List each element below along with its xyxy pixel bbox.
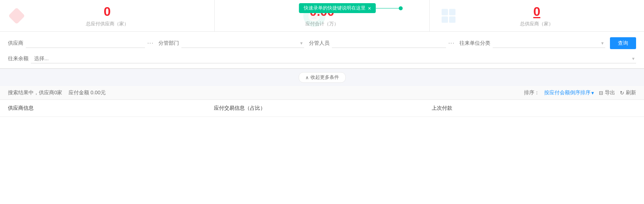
tooltip-dot <box>399 6 403 10</box>
department-input[interactable] <box>181 38 300 48</box>
department-select-wrapper: ▾ <box>181 38 304 48</box>
collapse-bar: ∧ 收起更多条件 <box>0 69 644 86</box>
stat-total-suppliers: 0 总供应商（家） <box>430 0 644 31</box>
balance-chevron-icon: ▾ <box>632 56 636 61</box>
col-header-transaction: 应付交易信息（占比） <box>214 105 432 112</box>
collapse-button[interactable]: ∧ 收起更多条件 <box>299 72 346 83</box>
table-body <box>0 117 644 204</box>
department-label: 分管部门 <box>158 40 179 47</box>
tooltip-close-icon[interactable]: × <box>368 6 371 11</box>
col-header-last-payment: 上次付款 <box>432 105 636 112</box>
balance-select-wrapper: ▾ <box>31 54 636 63</box>
filter-department: 分管部门 ▾ <box>158 38 304 48</box>
stats-bar: 0 总应付供应商（家） 🐷 0.00 应付合计（万） 快速录单的快捷键说明在这里… <box>0 0 644 32</box>
tooltip-bubble: 快速录单的快捷键说明在这里 × <box>299 3 376 13</box>
unit-category-label: 往来单位分类 <box>459 40 490 47</box>
stat-payable-total: 🐷 0.00 应付合计（万） 快速录单的快捷键说明在这里 × <box>215 0 429 31</box>
department-chevron-icon: ▾ <box>300 40 304 46</box>
diamond-icon <box>8 7 25 25</box>
filter-person: 分管人员 ··· <box>309 38 455 48</box>
tooltip-text: 快速录单的快捷键说明在这里 <box>304 5 366 11</box>
supplier-label: 供应商 <box>8 40 23 47</box>
person-more-icon[interactable]: ··· <box>448 40 455 47</box>
person-input[interactable] <box>332 38 446 48</box>
collapse-up-icon: ∧ <box>305 75 309 80</box>
total-suppliers-label: 总供应商（家） <box>520 21 553 27</box>
person-label: 分管人员 <box>309 40 330 47</box>
sort-chevron-icon: ▾ <box>591 90 594 96</box>
unit-category-select-wrapper: ▾ <box>493 38 605 48</box>
payable-suppliers-number: 0 <box>104 4 111 19</box>
filter-row-2: 往来余额 ▾ <box>8 54 636 63</box>
table-header: 供应商信息 应付交易信息（占比） 上次付款 <box>0 100 644 117</box>
results-actions: 排序： 按应付会额倒序排序 ▾ ⊟ 导出 ↻ 刷新 <box>524 89 636 96</box>
results-count: 搜索结果中，供应商0家 <box>8 90 62 95</box>
sort-label: 排序： <box>524 89 539 96</box>
refresh-icon: ↻ <box>620 90 624 96</box>
stat-payable-suppliers: 0 总应付供应商（家） <box>0 0 215 31</box>
grid-icon <box>442 9 455 23</box>
unit-category-input[interactable] <box>493 38 601 48</box>
filter-supplier: 供应商 ··· <box>8 38 154 48</box>
unit-category-chevron-icon: ▾ <box>601 40 605 46</box>
table-container: 供应商信息 应付交易信息（占比） 上次付款 <box>0 100 644 204</box>
filter-area: 供应商 ··· 分管部门 ▾ 分管人员 ··· 往来单位分类 ▾ <box>0 32 644 69</box>
refresh-button[interactable]: ↻ 刷新 <box>620 89 636 96</box>
query-button[interactable]: 查询 <box>610 37 636 49</box>
collapse-label: 收起更多条件 <box>311 74 339 81</box>
filter-row-1: 供应商 ··· 分管部门 ▾ 分管人员 ··· 往来单位分类 ▾ <box>8 37 636 49</box>
total-suppliers-number: 0 <box>533 4 540 19</box>
payable-suppliers-label: 总应付供应商（家） <box>86 21 129 27</box>
balance-label: 往来余额 <box>8 55 29 62</box>
col-header-supplier: 供应商信息 <box>8 105 214 112</box>
export-button[interactable]: ⊟ 导出 <box>599 89 615 96</box>
balance-input[interactable] <box>31 54 632 63</box>
export-icon: ⊟ <box>599 90 603 96</box>
filter-unit-category: 往来单位分类 ▾ <box>459 38 605 48</box>
results-amount: 应付金额 0.00元 <box>69 90 106 95</box>
supplier-input[interactable] <box>26 38 145 48</box>
sort-value[interactable]: 按应付会额倒序排序 ▾ <box>544 89 594 96</box>
supplier-more-icon[interactable]: ··· <box>147 40 154 47</box>
results-bar: 搜索结果中，供应商0家 应付金额 0.00元 排序： 按应付会额倒序排序 ▾ ⊟… <box>0 86 644 100</box>
svg-rect-0 <box>9 8 25 24</box>
results-info: 搜索结果中，供应商0家 应付金额 0.00元 <box>8 89 106 96</box>
